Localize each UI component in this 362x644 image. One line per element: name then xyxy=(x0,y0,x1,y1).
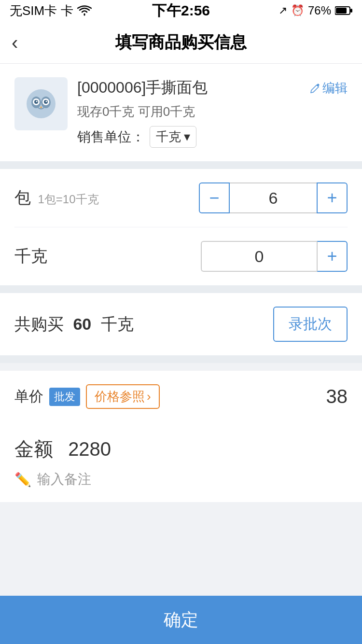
product-card: [0000006]手撕面包 编辑 现存0千克 可用0千克 销售单位： 千克 ▾ xyxy=(0,64,362,161)
pack-plus-button[interactable]: + xyxy=(317,182,348,213)
product-info: [0000006]手撕面包 编辑 现存0千克 可用0千克 销售单位： 千克 ▾ xyxy=(77,77,348,148)
quantity-section: 包 1包=10千克 − + 千克 + xyxy=(0,169,362,285)
kg-quantity-input[interactable] xyxy=(201,241,317,272)
total-unit: 千克 xyxy=(101,315,134,333)
status-left: 无SIM卡 卡 xyxy=(10,2,92,19)
nav-bar: ‹ 填写商品购买信息 xyxy=(0,21,362,64)
amount-label: 金额 xyxy=(14,438,53,460)
amount-note-section: 金额 2280 ✏️ 输入备注 xyxy=(0,422,362,502)
product-image xyxy=(14,77,68,130)
price-value: 38 xyxy=(326,386,348,407)
total-section: 共购买 60 千克 录批次 xyxy=(0,293,362,355)
svg-rect-1 xyxy=(350,9,352,13)
price-batch-tag: 批发 xyxy=(49,388,80,406)
note-row[interactable]: ✏️ 输入备注 xyxy=(14,470,348,502)
unit-value: 千克 xyxy=(156,128,181,145)
product-edit-button[interactable]: 编辑 xyxy=(310,80,348,97)
sim-card-icon: 卡 xyxy=(61,2,73,19)
product-title-row: [0000006]手撕面包 编辑 xyxy=(77,77,348,98)
svg-point-3 xyxy=(27,89,56,118)
page-title: 填写商品购买信息 xyxy=(115,31,247,54)
batch-button[interactable]: 录批次 xyxy=(273,307,348,342)
total-prefix: 共购买 xyxy=(14,315,64,333)
pack-minus-button[interactable]: − xyxy=(199,182,230,213)
svg-rect-2 xyxy=(336,8,347,14)
unit-label: 销售单位： xyxy=(77,128,145,146)
price-label-group: 单价 批发 价格参照 › xyxy=(14,384,160,409)
kg-plus-button[interactable]: + xyxy=(317,241,348,272)
pack-controls: − + xyxy=(199,182,348,213)
carrier-text: 无SIM卡 xyxy=(10,2,57,19)
price-label: 单价 xyxy=(14,387,43,406)
total-text: 共购买 60 千克 xyxy=(14,313,134,336)
product-logo-icon xyxy=(24,87,58,121)
status-right: ↗ ⏰ 76% xyxy=(278,4,352,17)
quantity-row-kg: 千克 + xyxy=(14,227,348,285)
battery-icon xyxy=(335,6,352,15)
svg-point-11 xyxy=(46,101,47,102)
price-ref-arrow: › xyxy=(147,389,151,404)
back-button[interactable]: ‹ xyxy=(12,33,18,52)
pack-label-group: 包 1包=10千克 xyxy=(14,187,99,209)
status-time: 下午2:56 xyxy=(152,1,210,21)
price-ref-label: 价格参照 xyxy=(95,388,145,405)
note-placeholder: 输入备注 xyxy=(37,470,91,489)
battery-percentage: 76% xyxy=(308,4,331,17)
pack-label: 包 xyxy=(14,188,31,207)
alarm-icon: ⏰ xyxy=(291,4,304,17)
price-reference-button[interactable]: 价格参照 › xyxy=(86,384,160,409)
unit-selector[interactable]: 千克 ▾ xyxy=(150,126,196,148)
unit-dropdown-icon: ▾ xyxy=(184,129,190,144)
product-unit-row: 销售单位： 千克 ▾ xyxy=(77,126,348,148)
kg-controls: + xyxy=(201,241,348,272)
product-name: [0000006]手撕面包 xyxy=(77,77,208,98)
price-section: 单价 批发 价格参照 › 38 xyxy=(0,371,362,422)
status-bar: 无SIM卡 卡 下午2:56 ↗ ⏰ 76% xyxy=(0,0,362,21)
quantity-row-pack: 包 1包=10千克 − + xyxy=(14,169,348,227)
divider-3 xyxy=(0,355,362,363)
svg-point-10 xyxy=(36,101,38,102)
divider-1 xyxy=(0,161,362,169)
total-amount: 60 xyxy=(73,315,91,333)
wifi-icon xyxy=(77,5,92,16)
pencil-icon: ✏️ xyxy=(14,472,31,488)
divider-2 xyxy=(0,285,362,293)
pack-quantity-input[interactable] xyxy=(230,182,317,213)
kg-label-group: 千克 xyxy=(14,245,47,267)
edit-icon xyxy=(310,83,320,93)
location-icon: ↗ xyxy=(278,4,287,17)
pack-hint: 1包=10千克 xyxy=(38,193,98,206)
confirm-button[interactable]: 确定 xyxy=(0,596,362,644)
amount-row: 金额 2280 xyxy=(14,436,348,470)
kg-label: 千克 xyxy=(14,247,47,265)
amount-value: 2280 xyxy=(68,438,111,460)
product-stock: 现存0千克 可用0千克 xyxy=(77,103,348,120)
